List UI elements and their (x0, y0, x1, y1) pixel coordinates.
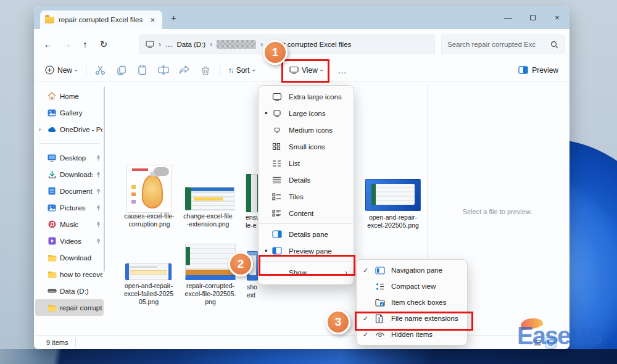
maximize-button[interactable] (520, 13, 545, 22)
sidebar-item-pictures[interactable]: Pictures (35, 199, 104, 216)
explorer-tab[interactable]: repair corrupted Excel files × (40, 10, 162, 29)
submenu-item-label: Navigation pane (391, 267, 442, 274)
menu-item-label: Small icons (289, 143, 354, 151)
folder-icon (45, 17, 54, 23)
item-check-boxes-icon (375, 299, 391, 307)
show-submenu: ✓Navigation paneCompact viewItem check b… (356, 259, 468, 345)
sidebar-items: HomeGallery›OneDrive - PersDesktopDownlo… (34, 88, 105, 316)
breadcrumb-overflow[interactable]: … (165, 41, 173, 48)
preview-pane-icon (272, 247, 289, 255)
onedrive-icon (47, 126, 57, 133)
sort-button[interactable]: ↑↓ Sort › (224, 62, 260, 79)
search-box[interactable]: Search repair corrupted Exc (441, 35, 565, 54)
sidebar-item-label: how to recover (60, 271, 102, 278)
minimize-button[interactable]: — (495, 13, 520, 22)
details-pane-icon (272, 230, 289, 238)
view-menu-item-content[interactable]: Content (259, 205, 354, 221)
menu-item-label: Details pane (289, 231, 354, 238)
forward-button[interactable]: → (57, 39, 76, 49)
share-button[interactable] (174, 62, 195, 79)
paste-button[interactable] (132, 62, 153, 79)
sidebar-item-label: Documents (60, 188, 93, 195)
downloads-icon (47, 170, 57, 178)
sidebar-item-label: Data (D:) (60, 287, 102, 295)
folder-icon (47, 254, 57, 262)
large-icons-view-toggle[interactable] (545, 337, 556, 348)
tab-bar: repair corrupted Excel files × + — × (34, 6, 569, 29)
view-menu-item-small-icons[interactable]: Small icons (259, 138, 354, 155)
sidebar-item-documents[interactable]: Documents (35, 183, 104, 199)
delete-button[interactable] (195, 62, 216, 79)
sidebar-item-label: Downloads (60, 171, 93, 178)
checkmark-icon: ✓ (363, 331, 375, 339)
back-button[interactable]: ← (39, 39, 57, 49)
item-count: 9 items (46, 339, 68, 346)
file-thumbnail (365, 179, 421, 211)
file-thumbnail (185, 187, 234, 210)
view-menu-item-medium-icons[interactable]: Medium icons (259, 122, 354, 138)
sidebar-item-label: Music (60, 221, 93, 228)
pin-icon (96, 188, 101, 194)
search-input[interactable]: Search repair corrupted Exc (447, 41, 547, 48)
sidebar-item-desktop[interactable]: Desktop (35, 149, 104, 166)
sidebar-item-music[interactable]: Music (35, 216, 104, 233)
new-button-label: New (57, 66, 72, 75)
sidebar-item-home[interactable]: Home (35, 88, 104, 104)
sidebar-item-data-d[interactable]: Data (D:) (35, 283, 104, 299)
step-badge-3: 3 (326, 310, 350, 334)
show-submenu-item-navigation-pane[interactable]: ✓Navigation pane (357, 262, 467, 278)
file-name-label: causes-excel-file-corruption.png (115, 212, 183, 228)
sidebar-item-onedrive-pers[interactable]: ›OneDrive - Pers (35, 121, 104, 138)
folder-icon (47, 304, 57, 312)
drive-icon (47, 289, 57, 293)
compact-view-icon (375, 283, 391, 291)
details-view-toggle[interactable] (532, 337, 543, 348)
close-button[interactable]: × (545, 13, 569, 22)
refresh-button[interactable]: ↻ (94, 39, 113, 50)
window-controls: — × (495, 6, 569, 29)
desktop-wallpaper-bottom (0, 349, 617, 364)
sidebar-item-label: Desktop (60, 154, 93, 162)
tab-close-icon[interactable]: × (147, 15, 157, 25)
view-menu-item-extra-large-icons[interactable]: Extra large icons (259, 88, 354, 105)
sidebar-item-how-to-recover[interactable]: how to recover (35, 266, 104, 283)
sidebar-item-videos[interactable]: Videos (35, 233, 104, 249)
file-thumbnail (125, 263, 172, 280)
cut-button[interactable] (90, 62, 111, 79)
sidebar-item-download[interactable]: Download (35, 249, 104, 266)
show-submenu-item-compact-view[interactable]: Compact view (357, 278, 467, 294)
menu-item-label: List (289, 160, 354, 167)
extra-large-icons-icon (272, 93, 289, 101)
file-name-label: open-and-repair-excel-failed-202505.png (114, 282, 183, 306)
sidebar-item-repair-corrupted[interactable]: repair corrupted (35, 299, 104, 316)
rename-button[interactable] (153, 62, 174, 79)
sidebar-scrollbar[interactable] (104, 86, 105, 271)
view-menu-item-tiles[interactable]: Tiles (259, 188, 354, 205)
view-menu-item-list[interactable]: List (259, 155, 354, 172)
large-icons-icon (272, 109, 289, 117)
show-submenu-item-item-check-boxes[interactable]: Item check boxes (357, 294, 467, 310)
see-more-button[interactable]: … (337, 65, 347, 75)
chevron-down-icon: › (73, 69, 80, 72)
copy-button[interactable] (111, 62, 132, 79)
expand-chevron-icon[interactable]: › (39, 126, 44, 133)
search-icon (550, 41, 558, 49)
address-bar: ← → ↑ ↻ › … Data (D:) › › repair corrupt… (34, 29, 569, 59)
file-thumbnail (126, 165, 172, 213)
sort-arrows-icon: ↑↓ (228, 66, 233, 75)
sidebar-item-label: repair corrupted (60, 304, 102, 312)
view-menu-item-details-pane[interactable]: Details pane (259, 226, 354, 242)
view-menu-item-large-icons[interactable]: •Large icons (259, 105, 354, 122)
sidebar-item-label: Gallery (60, 109, 102, 117)
preview-toggle-button[interactable]: Preview (518, 66, 558, 75)
pin-icon (96, 172, 101, 178)
new-tab-button[interactable]: + (171, 12, 176, 23)
new-button[interactable]: New › (41, 62, 82, 79)
sidebar-item-gallery[interactable]: Gallery (35, 104, 104, 121)
status-bar: 9 items (34, 335, 569, 349)
sidebar-item-downloads[interactable]: Downloads (35, 166, 104, 183)
file-name-label: shoext (247, 283, 260, 299)
up-button[interactable]: ↑ (76, 39, 94, 49)
breadcrumb-drive[interactable]: Data (D:) (177, 41, 206, 48)
view-menu-item-details[interactable]: Details (259, 172, 354, 188)
